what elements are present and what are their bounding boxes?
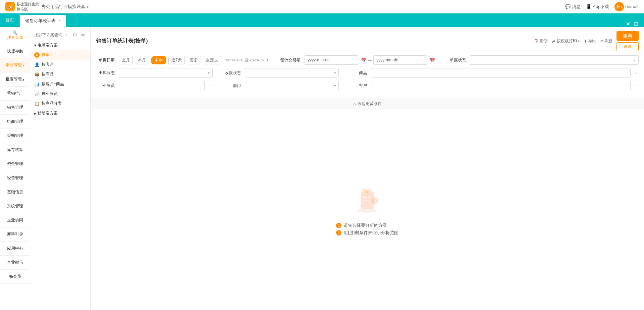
expand-arrow-icon: ▾ xyxy=(34,43,36,48)
scheme-item-by-customer-product[interactable]: 📊 按客户+商品 xyxy=(30,79,90,89)
sidebar-item-finance[interactable]: 资金管理 xyxy=(0,157,30,171)
ship-status-select[interactable]: ▾ xyxy=(119,68,213,78)
sidebar-item-inventory[interactable]: 库存核算 xyxy=(0,143,30,157)
sidebar-item-corp[interactable]: 企业协同 xyxy=(0,213,30,227)
salesperson-more-icon[interactable]: ··· xyxy=(206,83,213,88)
sidebar-item-appcenter[interactable]: 应用中心 xyxy=(0,242,30,256)
sidebar-item-corpwechat[interactable]: 企业微信 xyxy=(0,256,30,270)
settings-button[interactable]: 设置 xyxy=(616,42,639,51)
edit-scheme-button[interactable]: ⚙ xyxy=(71,32,78,38)
category-icon: 📋 xyxy=(34,101,40,106)
payment-status-select[interactable]: ▾ xyxy=(245,68,339,78)
this-month-button[interactable]: 本月 xyxy=(135,56,149,64)
mobile-group-title[interactable]: ▸ 移动端方案 xyxy=(30,108,90,118)
custom-date-button[interactable]: 自定义 xyxy=(203,56,221,64)
print-icon: 🖨 xyxy=(552,39,556,44)
sidebar-item-retail[interactable]: 零售管理 ▾ xyxy=(0,58,30,72)
tab-sales-order[interactable]: 销售订单统计表 × xyxy=(20,15,66,27)
refresh-icon: ↻ xyxy=(600,39,603,44)
more-date-button[interactable]: 更多 xyxy=(187,56,201,64)
customer-input[interactable] xyxy=(371,81,631,90)
print-button[interactable]: 🖨 按模板打印 ▾ xyxy=(552,38,580,44)
sidebar-item-purchase[interactable]: 采购管理 xyxy=(0,129,30,143)
query-button[interactable]: 查询 xyxy=(616,31,639,41)
collapse-panel-button[interactable]: ≪ xyxy=(79,32,86,38)
status-label: 单据状态 xyxy=(447,57,466,63)
page-title-bar: 销售订单统计表(按单) ❓ 帮助 🖨 按模板打印 ▾ ⬇ 导出 xyxy=(91,27,644,51)
sidebar-item-marketing[interactable]: 营销推广 xyxy=(0,87,30,101)
calendar-icon-2[interactable]: 📅 xyxy=(430,58,435,63)
sidebar-item-system[interactable]: 系统管理 xyxy=(0,199,30,213)
sidebar-item-ops[interactable]: 经营管理 xyxy=(0,171,30,185)
sidebar-item-sales[interactable]: 销售管理 xyxy=(0,101,30,115)
last7days-button[interactable]: 近7天 xyxy=(168,56,185,64)
payment-select-arrow-icon: ▾ xyxy=(334,71,336,75)
scheme-item-by-salesperson[interactable]: 📈 按业务员 xyxy=(30,89,90,99)
scheme-item-by-order[interactable]: ● 按单 xyxy=(30,50,90,60)
dept-select[interactable]: ▾ xyxy=(245,81,339,90)
status-select[interactable]: ▾ xyxy=(470,55,639,65)
logo: 🐰 畅捷通好生意 标准版 xyxy=(5,2,39,11)
scheme-item-by-customer[interactable]: 👤 按客户 xyxy=(30,60,90,69)
logo-icon: 🐰 xyxy=(5,2,15,11)
message-button[interactable]: 💬 消息 xyxy=(565,4,581,10)
tab-close-icon[interactable]: × xyxy=(58,18,61,23)
expected-date-end-input[interactable] xyxy=(373,55,427,65)
search-icon: 🔍 xyxy=(12,30,17,35)
product-more-icon[interactable]: ··· xyxy=(632,70,639,75)
export-button[interactable]: ⬇ 导出 xyxy=(584,38,596,44)
last-month-button[interactable]: 上月 xyxy=(119,56,133,64)
chevron-down-icon: ▾ xyxy=(22,63,24,67)
add-scheme-button[interactable]: + xyxy=(63,32,70,38)
salesperson-icon: 📈 xyxy=(34,91,40,97)
download-icon: 📱 xyxy=(586,4,591,9)
logo-text: 畅捷通好生意 标准版 xyxy=(17,2,39,11)
active-dot-icon: ● xyxy=(34,52,40,58)
sidebar-item-ecom[interactable]: 电商管理 xyxy=(0,115,30,129)
help-button[interactable]: ❓ 帮助 xyxy=(534,38,548,44)
status-select-arrow-icon: ▾ xyxy=(634,58,636,62)
salesperson-input[interactable] xyxy=(119,81,205,90)
dept-select-arrow-icon: ▾ xyxy=(334,84,336,88)
product-input[interactable] xyxy=(371,68,631,78)
customer-icon: 👤 xyxy=(34,62,40,67)
product-label: 商品 xyxy=(348,70,367,76)
sidebar-item-quicknav[interactable]: 快捷导航 xyxy=(0,44,30,58)
user-area[interactable]: Ea demo2 xyxy=(614,2,639,11)
message-icon: 💬 xyxy=(565,4,571,9)
svg-text:!: ! xyxy=(374,198,375,203)
sidebar-item-wholesale[interactable]: 批发管理 ▴ xyxy=(0,72,30,87)
date-label: 单据日期 xyxy=(96,57,115,63)
sidebar-item-member[interactable]: 畅会员 xyxy=(0,270,30,284)
sidebar-search[interactable]: 🔍 搜索菜单 xyxy=(0,27,30,44)
svg-point-0 xyxy=(357,209,377,213)
chevron-up-icon: ▴ xyxy=(22,78,24,81)
avatar: Ea xyxy=(614,2,624,11)
sidebar-item-guide[interactable]: 新手引导 xyxy=(0,227,30,242)
refresh-button[interactable]: ↻ 刷新 xyxy=(600,38,612,44)
scheme-item-by-product[interactable]: 📦 按商品 xyxy=(30,69,90,79)
empty-tips: 1 请先选择要分析的方案 2 用[过滤]条件来缩小分析范围 xyxy=(336,221,398,237)
salesperson-label: 业务员 xyxy=(96,83,115,89)
export-icon: ⬇ xyxy=(584,39,587,44)
tab-home[interactable]: 首页 xyxy=(0,13,20,27)
collapse-arrow-icon: ▸ xyxy=(34,111,36,116)
breadcrumb: 办公用品行业模拟账套 ▾ xyxy=(42,4,89,10)
customer-more-icon[interactable]: ··· xyxy=(632,83,639,88)
page-title: 销售订单统计表(按单) xyxy=(96,38,148,45)
window-maximize-button[interactable]: ⊡ xyxy=(633,21,639,27)
empty-illustration: ! xyxy=(351,182,384,216)
pc-group-title[interactable]: ▾ 电脑端方案 xyxy=(30,40,90,50)
sidebar-item-basic[interactable]: 基础信息 xyxy=(0,185,30,199)
expected-date-start-input[interactable] xyxy=(305,55,358,65)
svg-rect-4 xyxy=(363,197,371,198)
window-close-button[interactable]: ✕ xyxy=(625,21,631,27)
scheme-item-by-category[interactable]: 📋 按商品分类 xyxy=(30,99,90,108)
svg-point-3 xyxy=(366,191,369,193)
app-download-button[interactable]: 📱 App下载 xyxy=(586,4,609,10)
this-year-button[interactable]: 本年 xyxy=(151,56,166,64)
calendar-icon-1[interactable]: 📅 xyxy=(361,58,366,63)
help-icon: ❓ xyxy=(534,39,539,44)
ship-status-label: 出库状态 xyxy=(96,70,115,76)
collapse-filter-button[interactable]: ∧ 收起更多条件 xyxy=(91,98,644,109)
